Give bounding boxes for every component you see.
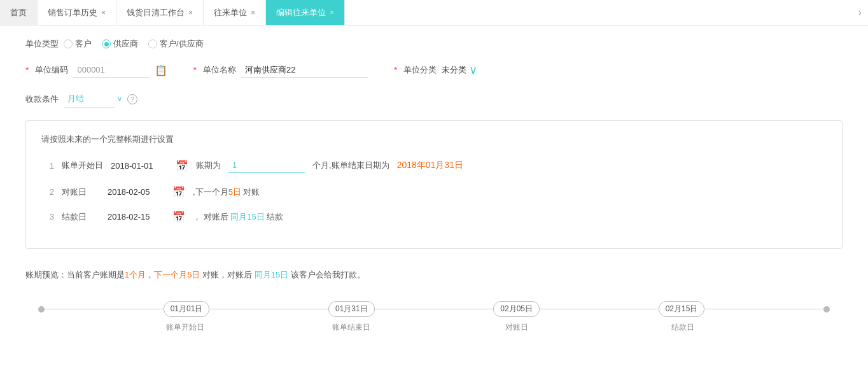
tab-bar: 首页 销售订单历史 × 钱货日清工作台 × 往来单位 × 编辑往来单位 × › bbox=[0, 0, 868, 25]
name-input[interactable] bbox=[241, 62, 368, 78]
tab-partner-list-close[interactable]: × bbox=[251, 8, 255, 17]
setting-row-2: 2 对账日 2018-02-05 📅 ,下一个月5日 对账 bbox=[41, 186, 827, 198]
payment-terms-row: 收款条件 月结 ∨ ? bbox=[25, 90, 843, 108]
timeline-segment-5 bbox=[704, 309, 823, 310]
tab-edit-partner-close[interactable]: × bbox=[330, 8, 334, 17]
unit-type-group: 单位类型 客户 供应商 客户/供应商 bbox=[25, 38, 204, 50]
preview-span1: 1个月 bbox=[125, 270, 146, 279]
main-content: 单位类型 客户 供应商 客户/供应商 * 单位编码 bbox=[0, 25, 868, 387]
timeline: 01月01日 01月31日 02月05日 02月15日 bbox=[25, 301, 843, 333]
node3-label: 对账日 bbox=[505, 322, 528, 333]
tab-edit-partner[interactable]: 编辑往来单位 × bbox=[266, 0, 345, 25]
category-select[interactable]: 未分类 ∨ bbox=[442, 63, 477, 77]
radio-group: 客户 供应商 客户/供应商 bbox=[64, 38, 204, 50]
tab-sales-order[interactable]: 销售订单历史 × bbox=[38, 0, 116, 25]
timeline-segment-4 bbox=[540, 309, 659, 310]
row1-number: 1 bbox=[41, 161, 54, 171]
row3-suffix: ， 对账后 同月15日 结款 bbox=[193, 211, 283, 223]
name-required: * bbox=[193, 65, 196, 75]
tab-edit-partner-label: 编辑往来单位 bbox=[276, 7, 326, 18]
setting-row-3: 3 结款日 2018-02-15 📅 ， 对账后 同月15日 结款 bbox=[41, 211, 827, 223]
tab-partner-list-label: 往来单位 bbox=[214, 7, 247, 18]
preview-prefix: 账期预览：当前客户账期是 bbox=[25, 270, 125, 279]
radio-customer-label: 客户 bbox=[75, 38, 92, 50]
node3-label-wrap: 对账日 bbox=[491, 322, 542, 333]
payment-terms-label: 收款条件 bbox=[25, 94, 59, 105]
radio-customer-circle bbox=[64, 39, 73, 48]
tab-cash-flow-label: 钱货日清工作台 bbox=[127, 7, 185, 18]
node4-label: 结款日 bbox=[671, 322, 694, 333]
arrow-right-icon: › bbox=[858, 6, 862, 19]
code-required: * bbox=[25, 65, 29, 75]
timeline-start-dot bbox=[38, 306, 45, 313]
node1-pill: 01月01日 bbox=[164, 301, 210, 317]
category-chevron-icon: ∨ bbox=[469, 63, 477, 77]
row2-date: 2018-02-05 bbox=[108, 187, 165, 197]
timeline-node-4: 02月15日 bbox=[659, 301, 705, 317]
tab-sales-order-label: 销售订单历史 bbox=[48, 7, 97, 18]
row3-date: 2018-02-15 bbox=[108, 212, 165, 222]
tab-partner-list[interactable]: 往来单位 × bbox=[204, 0, 266, 25]
code-copy-icon[interactable]: 📋 bbox=[155, 64, 167, 76]
row3-number: 3 bbox=[41, 212, 54, 222]
node2-pill: 01月31日 bbox=[328, 301, 375, 317]
row3-label: 结款日 bbox=[62, 211, 100, 223]
node1-label: 账单开始日 bbox=[166, 322, 204, 333]
payment-terms-value: 月结 bbox=[64, 90, 115, 108]
timeline-segment-3 bbox=[375, 309, 494, 310]
tab-arrow[interactable]: › bbox=[851, 0, 868, 25]
radio-both-label: 客户/供应商 bbox=[160, 38, 204, 50]
row1-date: 2018-01-01 bbox=[111, 161, 168, 171]
help-icon[interactable]: ? bbox=[127, 94, 137, 104]
row2-suffix: ,下一个月5日 对账 bbox=[193, 186, 260, 198]
row1-calendar-icon[interactable]: 📅 bbox=[176, 160, 188, 172]
row2-number: 2 bbox=[41, 187, 54, 197]
setting-row-1: 1 账单开始日 2018-01-01 📅 账期为 个月,账单结束日期为 2018… bbox=[41, 158, 827, 173]
tab-cash-flow[interactable]: 钱货日清工作台 × bbox=[116, 0, 204, 25]
radio-both-circle bbox=[148, 39, 157, 48]
radio-supplier-circle bbox=[102, 39, 111, 48]
period-input[interactable] bbox=[228, 158, 305, 173]
row2-label: 对账日 bbox=[62, 186, 100, 198]
radio-supplier[interactable]: 供应商 bbox=[102, 38, 138, 50]
code-name-category-row: * 单位编码 📋 * 单位名称 * 单位分类 未分类 ∨ bbox=[25, 62, 843, 78]
radio-customer[interactable]: 客户 bbox=[64, 38, 92, 50]
name-label: 单位名称 bbox=[203, 64, 236, 76]
payment-terms-select[interactable]: 月结 ∨ bbox=[64, 90, 122, 108]
node2-label: 账单结束日 bbox=[332, 322, 370, 333]
node2-label-wrap: 账单结束日 bbox=[326, 322, 377, 333]
row1-suffix-after: 个月,账单结束日期为 bbox=[312, 160, 389, 171]
radio-both[interactable]: 客户/供应商 bbox=[148, 38, 204, 50]
tab-sales-order-close[interactable]: × bbox=[101, 8, 106, 17]
settings-panel: 请按照未来的一个完整帐期进行设置 1 账单开始日 2018-01-01 📅 账期… bbox=[25, 120, 843, 249]
tab-home-label: 首页 bbox=[10, 7, 27, 18]
node1-label-wrap: 账单开始日 bbox=[160, 322, 211, 333]
row3-calendar-icon[interactable]: 📅 bbox=[172, 211, 185, 223]
payment-terms-chevron-icon: ∨ bbox=[117, 95, 122, 103]
timeline-segment-1 bbox=[45, 309, 164, 310]
preview-section: 账期预览：当前客户账期是1个月，下一个月5日 对账，对账后 同月15日 该客户会… bbox=[25, 262, 843, 288]
row2-calendar-icon[interactable]: 📅 bbox=[172, 186, 185, 198]
timeline-node-3: 02月05日 bbox=[493, 301, 540, 317]
tab-cash-flow-close[interactable]: × bbox=[188, 8, 193, 17]
row1-suffix-before: 账期为 bbox=[196, 160, 221, 171]
node4-label-wrap: 结款日 bbox=[657, 322, 708, 333]
radio-supplier-label: 供应商 bbox=[113, 38, 138, 50]
node3-pill: 02月05日 bbox=[493, 301, 540, 317]
code-group: * 单位编码 📋 bbox=[25, 62, 167, 78]
code-input[interactable] bbox=[73, 62, 150, 78]
timeline-end-dot bbox=[823, 306, 830, 313]
timeline-node-1: 01月01日 bbox=[164, 301, 210, 317]
category-group: * 单位分类 未分类 ∨ bbox=[394, 63, 477, 77]
row1-label: 账单开始日 bbox=[62, 160, 103, 171]
row1-end-date: 2018年01月31日 bbox=[397, 160, 463, 171]
unit-type-label: 单位类型 bbox=[25, 38, 59, 50]
timeline-segment-2 bbox=[209, 309, 328, 310]
tab-home[interactable]: 首页 bbox=[0, 0, 38, 25]
category-label: 单位分类 bbox=[403, 64, 437, 76]
preview-suffix: 该客户会给我打款。 bbox=[288, 270, 365, 279]
panel-title: 请按照未来的一个完整帐期进行设置 bbox=[41, 134, 827, 145]
preview-middle1: ， bbox=[146, 270, 154, 279]
timeline-node-2: 01月31日 bbox=[328, 301, 375, 317]
preview-span2: 下一个月5日 bbox=[154, 270, 200, 279]
